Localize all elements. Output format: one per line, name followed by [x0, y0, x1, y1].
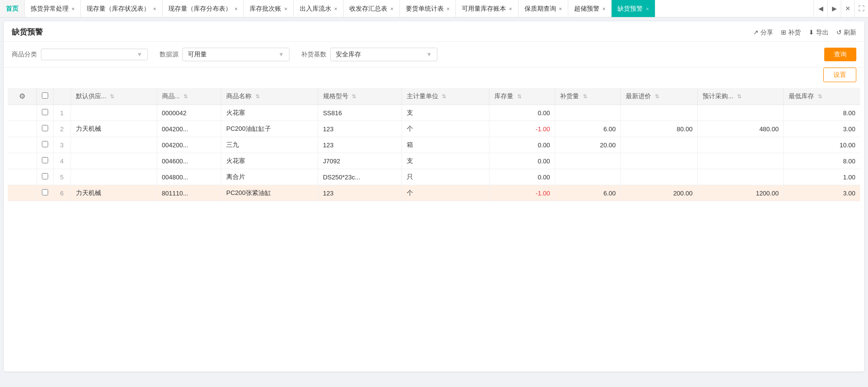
col-estimated-purchase-header[interactable]: 预计采购... ⇅ — [698, 88, 784, 105]
col-min-stock-header[interactable]: 最低库存 ⇅ — [784, 88, 860, 105]
row-checkbox-cell[interactable] — [36, 121, 53, 137]
tab-prev-button[interactable]: ◀ — [814, 0, 827, 18]
row-min-stock: 8.00 — [784, 153, 860, 169]
row-checkbox-5[interactable] — [42, 189, 48, 195]
tab-label: 库存批次账 — [250, 4, 281, 13]
tab-defect-proc[interactable]: 拣货异常处理 × — [25, 0, 81, 17]
row-checkbox-1[interactable] — [42, 125, 48, 131]
export-button[interactable]: ⬇ 导出 — [809, 28, 829, 37]
gear-icon[interactable]: ⚙ — [19, 92, 25, 100]
tab-overstock-warn[interactable]: 超储预警 × — [568, 0, 612, 17]
row-replenish-qty: 20.00 — [555, 137, 621, 153]
row-checkbox-2[interactable] — [42, 141, 48, 147]
category-filter-group: 商品分类 ▼ — [12, 49, 148, 60]
select-all-checkbox[interactable] — [42, 92, 48, 99]
col-product-name-header[interactable]: 商品名称 ⇅ — [221, 88, 318, 105]
row-spec: 123 — [318, 121, 401, 137]
tab-label: 保质期查询 — [524, 4, 556, 13]
tab-label: 现存量（库存分布表） — [168, 4, 232, 13]
replenish-basis-select[interactable]: 安全库存 ▼ — [330, 48, 437, 61]
tab-close-inventory-dist[interactable]: × — [235, 6, 237, 12]
query-button[interactable]: 查询 — [824, 48, 856, 61]
tab-close-batch-account[interactable]: × — [284, 6, 287, 12]
tab-home[interactable]: 首页 — [0, 0, 25, 17]
sort-icon-code: ⇅ — [183, 93, 188, 100]
sort-icon-price: ⇅ — [655, 93, 659, 100]
replenish-button[interactable]: ⊞ 补货 — [781, 28, 801, 37]
row-min-stock: 1.00 — [784, 169, 860, 185]
row-checkbox-4[interactable] — [42, 173, 48, 179]
tab-close-receive-summary[interactable]: × — [390, 6, 393, 12]
row-min-stock: 3.00 — [784, 121, 860, 137]
setting-button[interactable]: 设置 — [823, 68, 856, 82]
tab-close-overstock-warn[interactable]: × — [602, 6, 605, 12]
row-checkbox-cell[interactable] — [36, 185, 53, 201]
replenish-basis-value: 安全库存 — [336, 50, 361, 59]
tab-close-order-stats[interactable]: × — [447, 6, 450, 12]
tab-batch-account[interactable]: 库存批次账 × — [244, 0, 293, 17]
refresh-button[interactable]: ↺ 刷新 — [836, 28, 856, 37]
col-replenish-qty-header[interactable]: 补货量 ⇅ — [555, 88, 621, 105]
tab-receive-summary[interactable]: 收发存汇总表 × — [344, 0, 399, 17]
sort-icon-supplier: ⇅ — [110, 93, 114, 100]
tab-bar: 首页 拣货异常处理 × 现存量（库存状况表） × 现存量（库存分布表） × 库存… — [0, 0, 868, 18]
tab-inout-flow[interactable]: 出入库流水 × — [294, 0, 344, 17]
tab-close-defect-proc[interactable]: × — [72, 6, 74, 12]
row-product-name: 火花塞 — [221, 105, 318, 121]
row-estimated-purchase — [698, 153, 784, 169]
row-spec: 123 — [318, 185, 401, 201]
row-checkbox-cell[interactable] — [36, 105, 53, 121]
header-actions: ↗ 分享 ⊞ 补货 ⬇ 导出 ↺ 刷新 — [753, 28, 856, 37]
datasource-value: 可用量 — [188, 50, 207, 59]
row-stock: 0.00 — [489, 153, 555, 169]
share-button[interactable]: ↗ 分享 — [753, 28, 773, 37]
tab-next-button[interactable]: ▶ — [827, 0, 841, 18]
row-checkbox-cell[interactable] — [36, 169, 53, 185]
table-row: 6 力天机械 801110... PC200张紧油缸 123 个 -1.00 6… — [8, 185, 860, 201]
row-product-code: 004600... — [157, 153, 221, 169]
row-min-stock: 8.00 — [784, 105, 860, 121]
tab-close-shortage-warn[interactable]: × — [646, 6, 649, 12]
tab-close-expiry-query[interactable]: × — [559, 6, 562, 12]
category-select[interactable]: ▼ — [41, 49, 148, 60]
col-checkbox-header[interactable] — [36, 88, 53, 105]
sort-icon-stock: ⇅ — [517, 93, 522, 100]
tab-close-inout-flow[interactable]: × — [334, 6, 337, 12]
tab-inventory-status[interactable]: 现存量（库存状况表） × — [81, 0, 162, 17]
tab-fullscreen-button[interactable]: ⛶ — [854, 0, 868, 18]
col-settings[interactable]: ⚙ — [8, 88, 36, 105]
replenish-label: 补货 — [788, 28, 801, 37]
row-checkbox-3[interactable] — [42, 157, 48, 163]
col-spec-header[interactable]: 规格型号 ⇅ — [318, 88, 401, 105]
row-checkbox-cell[interactable] — [36, 153, 53, 169]
row-product-code: 801110... — [157, 185, 221, 201]
sort-icon-replenish: ⇅ — [583, 93, 587, 100]
tab-close-all-button[interactable]: ✕ — [841, 0, 854, 18]
row-checkbox-0[interactable] — [42, 109, 48, 115]
row-product-name: PC200油缸缸子 — [221, 121, 318, 137]
row-settings-cell — [8, 153, 36, 169]
col-product-code-header[interactable]: 商品... ⇅ — [157, 88, 221, 105]
datasource-select[interactable]: 可用量 ▼ — [182, 48, 289, 61]
replenish-basis-filter-group: 补货基数 安全库存 ▼ — [301, 48, 437, 61]
tab-expiry-query[interactable]: 保质期查询 × — [519, 0, 568, 17]
col-num-header — [53, 88, 71, 105]
tab-shortage-warn[interactable]: 缺货预警 × — [612, 0, 655, 17]
col-latest-price-header[interactable]: 最新进价 ⇅ — [621, 88, 698, 105]
table-row: 2 力天机械 004200... PC200油缸缸子 123 个 -1.00 6… — [8, 121, 860, 137]
tab-label: 现存量（库存状况表） — [87, 4, 150, 13]
row-unit: 支 — [401, 153, 489, 169]
row-default-supplier — [71, 105, 157, 121]
row-product-code: 004800... — [157, 169, 221, 185]
row-min-stock: 3.00 — [784, 185, 860, 201]
share-icon: ↗ — [753, 29, 759, 36]
tab-close-available-ledger[interactable]: × — [509, 6, 512, 12]
tab-close-inventory-status[interactable]: × — [153, 6, 156, 12]
col-unit-header[interactable]: 主计量单位 ⇅ — [401, 88, 489, 105]
tab-available-ledger[interactable]: 可用量库存账本 × — [456, 0, 518, 17]
col-default-supplier-header[interactable]: 默认供应... ⇅ — [71, 88, 157, 105]
row-checkbox-cell[interactable] — [36, 137, 53, 153]
tab-order-stats[interactable]: 要货单统计表 × — [400, 0, 456, 17]
tab-inventory-dist[interactable]: 现存量（库存分布表） × — [163, 0, 244, 17]
col-stock-header[interactable]: 库存量 ⇅ — [489, 88, 555, 105]
